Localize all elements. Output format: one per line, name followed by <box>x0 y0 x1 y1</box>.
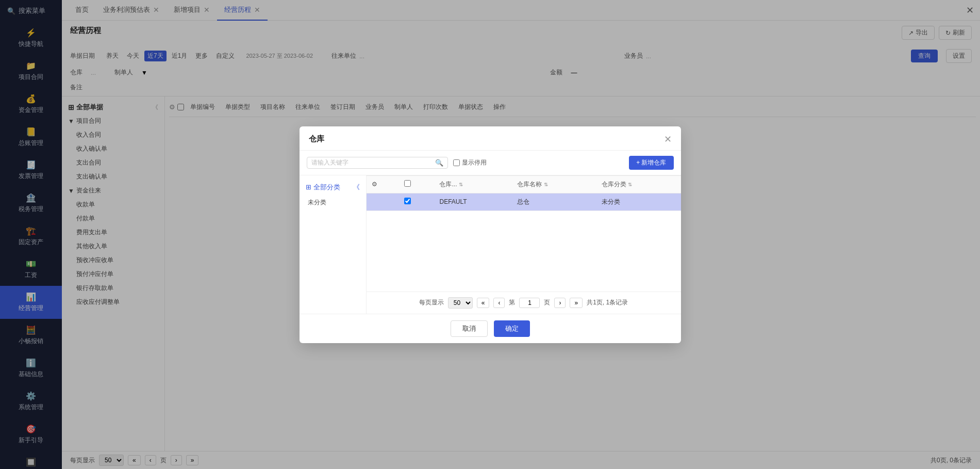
modal-collapse-icon[interactable]: 《 <box>353 183 360 192</box>
table-header: ⚙ 仓库... ⇅ 仓库名称 ⇅ <box>367 175 681 193</box>
modal-page-prefix: 第 <box>509 298 515 307</box>
row-name-cell: 总仓 <box>512 193 596 211</box>
grid-icon2: ⊞ <box>306 183 311 191</box>
modal-footer: 取消 确定 <box>300 314 681 343</box>
modal-header: 仓库 ✕ <box>300 126 681 151</box>
modal-per-page-label: 每页显示 <box>419 298 444 307</box>
modal-per-page-select[interactable]: 50 <box>448 297 473 309</box>
show-disabled-label[interactable]: 显示停用 <box>453 158 487 167</box>
modal-uncategorized[interactable]: 未分类 <box>300 195 366 210</box>
confirm-button[interactable]: 确定 <box>494 320 530 337</box>
modal-next-page[interactable]: › <box>554 298 566 308</box>
modal-pagination: 每页显示 50 « ‹ 第 页 › » 共1页, 1条记录 <box>367 292 681 314</box>
modal-first-page[interactable]: « <box>477 298 490 308</box>
sort-code-icon: ⇅ <box>459 182 463 187</box>
modal-total-text: 共1页, 1条记录 <box>587 298 628 307</box>
modal-body: 🔍 显示停用 + 新增仓库 ⊞ 全部分类 《 <box>300 151 681 314</box>
modal-right-panel: ⚙ 仓库... ⇅ 仓库名称 ⇅ <box>367 175 681 314</box>
modal-overlay: 仓库 ✕ 🔍 显示停用 + 新增仓库 <box>0 0 980 469</box>
modal-page-suffix: 页 <box>544 298 550 307</box>
gear-icon2[interactable]: ⚙ <box>372 181 377 188</box>
col-warehouse-name[interactable]: 仓库名称 ⇅ <box>512 175 596 193</box>
sort-name-icon: ⇅ <box>544 182 548 187</box>
table-select-all[interactable] <box>404 180 411 187</box>
col-warehouse-code[interactable]: 仓库... ⇅ <box>434 175 512 193</box>
modal-close-button[interactable]: ✕ <box>664 134 672 145</box>
table-row[interactable]: DEFAULT 总仓 未分类 <box>367 193 681 211</box>
col-checkbox <box>399 175 434 193</box>
warehouse-modal: 仓库 ✕ 🔍 显示停用 + 新增仓库 <box>300 126 681 343</box>
row-gear-cell <box>367 193 400 211</box>
row-checkbox-cell <box>399 193 434 211</box>
modal-prev-page[interactable]: ‹ <box>493 298 505 308</box>
modal-last-page[interactable]: » <box>570 298 583 308</box>
modal-search-input[interactable] <box>311 159 433 166</box>
add-warehouse-button[interactable]: + 新增仓库 <box>629 156 673 170</box>
col-gear: ⚙ <box>367 175 400 193</box>
cancel-button[interactable]: 取消 <box>451 320 488 337</box>
modal-all-category[interactable]: ⊞ 全部分类 《 <box>300 180 366 195</box>
sort-category-icon: ⇅ <box>628 182 632 187</box>
warehouse-table: ⚙ 仓库... ⇅ 仓库名称 ⇅ <box>367 175 681 211</box>
row-code-cell: DEFAULT <box>434 193 512 211</box>
modal-content: ⊞ 全部分类 《 未分类 ⚙ <box>300 175 681 314</box>
modal-title: 仓库 <box>309 134 324 144</box>
row-category-cell: 未分类 <box>596 193 681 211</box>
modal-toolbar: 🔍 显示停用 + 新增仓库 <box>300 151 681 175</box>
modal-left-panel: ⊞ 全部分类 《 未分类 <box>300 175 367 314</box>
modal-search-wrap: 🔍 <box>307 157 448 169</box>
search-icon: 🔍 <box>435 159 443 167</box>
row-checkbox[interactable] <box>404 198 411 204</box>
modal-page-input[interactable] <box>519 298 540 308</box>
show-disabled-checkbox[interactable] <box>453 159 460 166</box>
col-warehouse-category[interactable]: 仓库分类 ⇅ <box>596 175 681 193</box>
